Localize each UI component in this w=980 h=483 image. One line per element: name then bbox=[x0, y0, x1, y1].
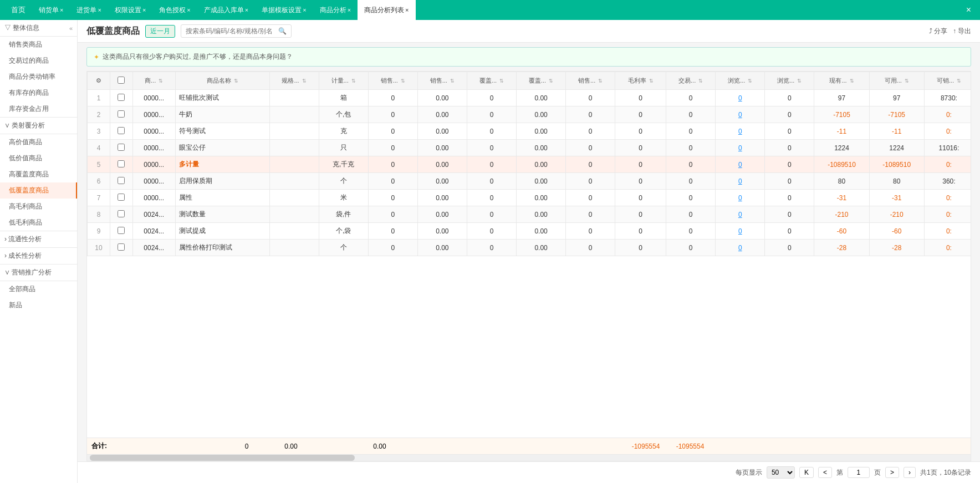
sidebar-item-in-stock[interactable]: 有库存的商品 bbox=[0, 85, 77, 101]
col-coverage2[interactable]: 覆盖... ⇅ bbox=[517, 72, 566, 90]
col-margin[interactable]: 毛利率 ⇅ bbox=[615, 72, 666, 90]
page-number-input[interactable] bbox=[848, 467, 870, 478]
row-checkbox[interactable] bbox=[110, 140, 132, 156]
row-name[interactable]: 测试提成 bbox=[175, 223, 269, 240]
first-page-button[interactable]: K bbox=[799, 467, 814, 478]
nav-permissions-close[interactable]: × bbox=[142, 7, 146, 13]
nav-product-storage[interactable]: 产成品入库单 × bbox=[197, 0, 255, 20]
horizontal-scrollbar[interactable] bbox=[86, 455, 971, 461]
nav-product-analysis[interactable]: 商品分析 × bbox=[313, 0, 358, 20]
scrollbar-thumb[interactable] bbox=[90, 455, 355, 461]
row-checkbox[interactable] bbox=[110, 90, 132, 106]
sidebar-flow-header[interactable]: › 流通性分析 bbox=[4, 235, 42, 244]
row-name[interactable]: 属性价格打印测试 bbox=[175, 240, 269, 256]
row-browse1[interactable]: 0 bbox=[716, 240, 765, 256]
row-name[interactable]: 属性 bbox=[175, 190, 269, 206]
row-checkbox[interactable] bbox=[110, 173, 132, 190]
row-select-checkbox[interactable] bbox=[118, 227, 125, 234]
row-browse1[interactable]: 0 bbox=[716, 106, 765, 123]
row-select-checkbox[interactable] bbox=[118, 127, 125, 134]
row-browse1[interactable]: 0 bbox=[716, 223, 765, 240]
col-checkbox-all[interactable] bbox=[110, 72, 132, 90]
sidebar-overall-header[interactable]: ▽ 整体信息 bbox=[4, 23, 39, 33]
row-select-checkbox[interactable] bbox=[118, 144, 125, 151]
sidebar-item-all-products[interactable]: 全部商品 bbox=[0, 281, 77, 297]
row-browse1[interactable]: 0 bbox=[716, 190, 765, 206]
col-transaction[interactable]: 交易... ⇅ bbox=[666, 72, 716, 90]
nav-permissions[interactable]: 权限设置 × bbox=[108, 0, 152, 20]
nav-product-analysis-list[interactable]: 商品分析列表 × bbox=[358, 0, 415, 20]
col-unit[interactable]: 计量... ⇅ bbox=[319, 72, 368, 90]
export-button[interactable]: ↑ 导出 bbox=[953, 27, 971, 36]
row-browse1[interactable]: 0 bbox=[716, 90, 765, 106]
last-page-button[interactable]: › bbox=[904, 467, 916, 478]
row-select-checkbox[interactable] bbox=[118, 160, 125, 167]
nav-sales[interactable]: 销货单 × bbox=[32, 0, 70, 20]
row-checkbox[interactable] bbox=[110, 190, 132, 206]
prev-page-button[interactable]: < bbox=[818, 467, 832, 478]
row-browse1[interactable]: 0 bbox=[716, 156, 765, 173]
row-checkbox[interactable] bbox=[110, 156, 132, 173]
sidebar-coverage-header[interactable]: ∨ 类射覆分析 bbox=[4, 121, 45, 130]
col-coverage1[interactable]: 覆盖... ⇅ bbox=[467, 72, 516, 90]
col-browse2[interactable]: 浏览... ⇅ bbox=[765, 72, 814, 90]
nav-product-analysis-close[interactable]: × bbox=[348, 7, 351, 13]
sidebar-item-high-coverage[interactable]: 高覆盖度商品 bbox=[0, 166, 77, 182]
row-select-checkbox[interactable] bbox=[118, 177, 125, 184]
nav-home[interactable]: 首页 bbox=[4, 0, 32, 20]
row-select-checkbox[interactable] bbox=[118, 210, 125, 217]
nav-purchase-close[interactable]: × bbox=[98, 7, 101, 13]
row-checkbox[interactable] bbox=[110, 206, 132, 223]
row-checkbox[interactable] bbox=[110, 240, 132, 256]
nav-purchase[interactable]: 进货单 × bbox=[70, 0, 108, 20]
sidebar-item-traded-products[interactable]: 交易过的商品 bbox=[0, 53, 77, 69]
col-code[interactable]: 商... ⇅ bbox=[132, 72, 175, 90]
nav-template[interactable]: 单据模板设置 × bbox=[255, 0, 313, 20]
row-checkbox[interactable] bbox=[110, 223, 132, 240]
sidebar-item-category-rate[interactable]: 商品分类动销率 bbox=[0, 69, 77, 85]
share-button[interactable]: ⤴ 分享 bbox=[929, 27, 947, 36]
sidebar-item-stock-capital[interactable]: 库存资金占用 bbox=[0, 101, 77, 117]
row-browse1[interactable]: 0 bbox=[716, 123, 765, 140]
col-sale-amount[interactable]: 销售... ⇅ bbox=[417, 72, 467, 90]
row-name[interactable]: 眼宝公仔 bbox=[175, 140, 269, 156]
select-all-checkbox[interactable] bbox=[118, 77, 125, 84]
row-select-checkbox[interactable] bbox=[118, 94, 125, 101]
row-browse1[interactable]: 0 bbox=[716, 173, 765, 190]
col-settings[interactable]: ⚙ bbox=[88, 72, 110, 90]
row-name[interactable]: 旺辅批次测试 bbox=[175, 90, 269, 106]
sidebar-marketing-header[interactable]: ∨ 营销推广分析 bbox=[4, 268, 52, 277]
sidebar-item-low-value[interactable]: 低价值商品 bbox=[0, 150, 77, 166]
row-select-checkbox[interactable] bbox=[118, 194, 125, 201]
per-page-select[interactable]: 50 20 100 200 bbox=[767, 466, 795, 479]
col-spec[interactable]: 规格... ⇅ bbox=[269, 72, 319, 90]
search-box[interactable]: 🔍 bbox=[181, 24, 292, 38]
row-browse1[interactable]: 0 bbox=[716, 206, 765, 223]
col-browse1[interactable]: 浏览... ⇅ bbox=[716, 72, 765, 90]
row-name[interactable]: 启用保质期 bbox=[175, 173, 269, 190]
nav-template-close[interactable]: × bbox=[303, 7, 306, 13]
nav-sales-close[interactable]: × bbox=[60, 7, 63, 13]
sidebar-growth-header[interactable]: › 成长性分析 bbox=[4, 251, 42, 261]
sidebar-item-low-coverage[interactable]: 低覆盖度商品 bbox=[0, 182, 77, 199]
row-name[interactable]: 牛奶 bbox=[175, 106, 269, 123]
nav-roles-close[interactable]: × bbox=[187, 7, 190, 13]
sidebar-item-sales-products[interactable]: 销售类商品 bbox=[0, 37, 77, 53]
row-name[interactable]: 测试数量 bbox=[175, 206, 269, 223]
sidebar-collapse-icon[interactable]: « bbox=[69, 25, 73, 32]
col-name[interactable]: 商品名称 ⇅ bbox=[175, 72, 269, 90]
sidebar-item-low-margin[interactable]: 低毛利商品 bbox=[0, 215, 77, 231]
time-filter-button[interactable]: 近一月 bbox=[145, 25, 175, 38]
next-page-button[interactable]: > bbox=[885, 467, 899, 478]
nav-product-storage-close[interactable]: × bbox=[245, 7, 248, 13]
sidebar-item-new-products[interactable]: 新品 bbox=[0, 297, 77, 313]
col-available[interactable]: 可用... ⇅ bbox=[869, 72, 924, 90]
col-saleable[interactable]: 可销... ⇅ bbox=[924, 72, 971, 90]
nav-product-analysis-list-close[interactable]: × bbox=[405, 7, 409, 13]
sidebar-item-high-margin[interactable]: 高毛利商品 bbox=[0, 199, 77, 215]
col-sale-qty[interactable]: 销售... ⇅ bbox=[368, 72, 417, 90]
row-select-checkbox[interactable] bbox=[118, 110, 125, 118]
sidebar-item-high-value[interactable]: 高价值商品 bbox=[0, 134, 77, 150]
search-input[interactable] bbox=[186, 27, 276, 35]
row-name[interactable]: 符号测试 bbox=[175, 123, 269, 140]
